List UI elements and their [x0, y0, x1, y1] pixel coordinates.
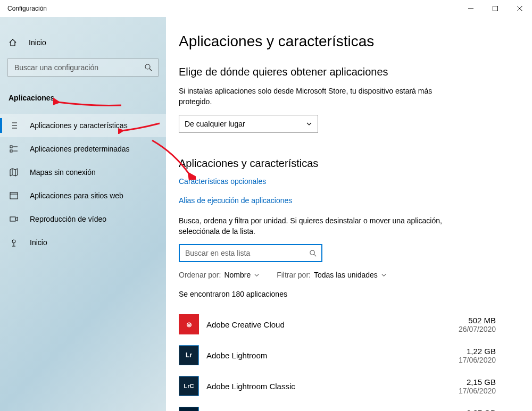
sidebar-search[interactable] [7, 58, 159, 77]
titlebar: Configuración [0, 0, 532, 17]
source-heading: Elige de dónde quieres obtener aplicacio… [179, 66, 511, 78]
filter-by[interactable]: Filtrar por: Todas las unidades [277, 271, 387, 279]
maximize-button[interactable] [483, 0, 508, 17]
window-controls [459, 0, 532, 17]
app-row[interactable]: Lr Adobe Lightroom 1,22 GB 17/06/2020 [179, 340, 511, 371]
app-search[interactable] [179, 244, 322, 262]
svg-line-23 [314, 254, 316, 256]
sidebar: Inicio Aplicaciones Aplicaciones y carac… [0, 17, 166, 411]
nav-label: Reproducción de vídeo [30, 215, 106, 223]
svg-line-5 [149, 69, 152, 71]
filter-row: Ordenar por: Nombre Filtrar por: Todas l… [179, 271, 511, 279]
list-icon [9, 121, 19, 130]
search-icon [309, 249, 317, 257]
chevron-down-icon [381, 272, 387, 278]
dropdown-value: De cualquier lugar [185, 120, 245, 128]
nav-label: Mapas sin conexión [30, 168, 96, 177]
filter-description: Busca, ordena y filtra por unidad. Si qu… [179, 215, 445, 237]
nav-label: Aplicaciones predeterminadas [30, 145, 130, 153]
main-content: Aplicaciones y características Elige de … [166, 17, 532, 411]
app-row[interactable]: LrC Adobe Lightroom Classic 2,15 GB 17/0… [179, 371, 511, 401]
app-size: 1,22 GB [459, 347, 496, 356]
app-icon: Lr [179, 345, 199, 365]
app-date: 26/07/2020 [459, 325, 496, 333]
home-label: Inicio [29, 38, 46, 47]
app-date: 17/06/2020 [459, 356, 496, 364]
sort-value: Nombre [224, 271, 251, 279]
app-size: 2,15 GB [459, 378, 496, 387]
nav-label: Aplicaciones y características [30, 121, 128, 130]
sort-label: Ordenar por: [179, 271, 221, 279]
optional-features-link[interactable]: Características opcionales [179, 177, 511, 186]
app-icon: Ps [179, 407, 199, 411]
source-description: Si instalas aplicaciones solo desde Micr… [179, 86, 445, 107]
chevron-down-icon [306, 121, 312, 127]
svg-point-4 [145, 64, 150, 69]
app-size: 502 MB [459, 316, 496, 325]
sort-by[interactable]: Ordenar por: Nombre [179, 271, 260, 279]
app-list: ⊚ Adobe Creative Cloud 502 MB 26/07/2020… [179, 309, 511, 411]
nav-video-playback[interactable]: Reproducción de vídeo [0, 207, 166, 231]
app-count: Se encontraron 180 aplicaciones [179, 290, 511, 298]
nav-label: Inicio [30, 238, 47, 247]
app-name: Adobe Lightroom Classic [206, 382, 459, 391]
search-icon [144, 63, 153, 72]
app-icon: ⊚ [179, 314, 199, 334]
nav-label: Aplicaciones para sitios web [30, 191, 123, 200]
close-button[interactable] [508, 0, 532, 17]
map-icon [9, 168, 19, 177]
execution-alias-link[interactable]: Alias de ejecución de aplicaciones [179, 196, 511, 205]
minimize-button[interactable] [459, 0, 483, 17]
app-meta: 2,15 GB 17/06/2020 [459, 378, 496, 395]
app-meta: 2,37 GB 22/07/2020 [459, 408, 496, 411]
filter-value: Todas las unidades [314, 271, 378, 279]
app-search-input[interactable] [185, 249, 309, 257]
svg-rect-14 [10, 150, 12, 152]
app-name: Adobe Lightroom [206, 351, 459, 360]
source-dropdown[interactable]: De cualquier lugar [179, 115, 318, 133]
nav-default-apps[interactable]: Aplicaciones predeterminadas [0, 137, 166, 161]
website-icon [9, 191, 19, 200]
home-nav[interactable]: Inicio [0, 32, 166, 53]
app-date: 17/06/2020 [459, 387, 496, 395]
app-size: 2,37 GB [459, 408, 496, 411]
svg-rect-1 [493, 6, 498, 11]
page-title: Aplicaciones y características [179, 33, 511, 50]
svg-point-19 [12, 240, 15, 243]
nav-apps-features[interactable]: Aplicaciones y características [0, 114, 166, 137]
svg-point-22 [310, 250, 314, 255]
svg-rect-12 [10, 146, 12, 148]
home-icon [9, 38, 19, 47]
app-meta: 1,22 GB 17/06/2020 [459, 347, 496, 364]
svg-rect-16 [10, 192, 18, 199]
apps-heading: Aplicaciones y características [179, 157, 511, 170]
app-icon: LrC [179, 376, 199, 396]
window-title: Configuración [7, 5, 47, 12]
startup-icon [9, 238, 19, 247]
app-name: Adobe Creative Cloud [206, 320, 459, 329]
sidebar-nav: Aplicaciones y características Aplicacio… [0, 114, 166, 254]
defaults-icon [9, 145, 19, 153]
nav-offline-maps[interactable]: Mapas sin conexión [0, 161, 166, 184]
sidebar-section-label: Aplicaciones [0, 91, 166, 104]
app-row[interactable]: ⊚ Adobe Creative Cloud 502 MB 26/07/2020 [179, 309, 511, 340]
nav-startup[interactable]: Inicio [0, 231, 166, 254]
filter-label: Filtrar por: [277, 271, 311, 279]
sidebar-search-input[interactable] [14, 63, 144, 72]
app-row[interactable]: Ps Adobe Photoshop 2020 2,37 GB 22/07/20… [179, 401, 511, 411]
nav-apps-websites[interactable]: Aplicaciones para sitios web [0, 184, 166, 207]
svg-rect-18 [10, 217, 15, 221]
app-meta: 502 MB 26/07/2020 [459, 316, 496, 333]
video-icon [9, 215, 19, 223]
chevron-down-icon [254, 272, 260, 278]
